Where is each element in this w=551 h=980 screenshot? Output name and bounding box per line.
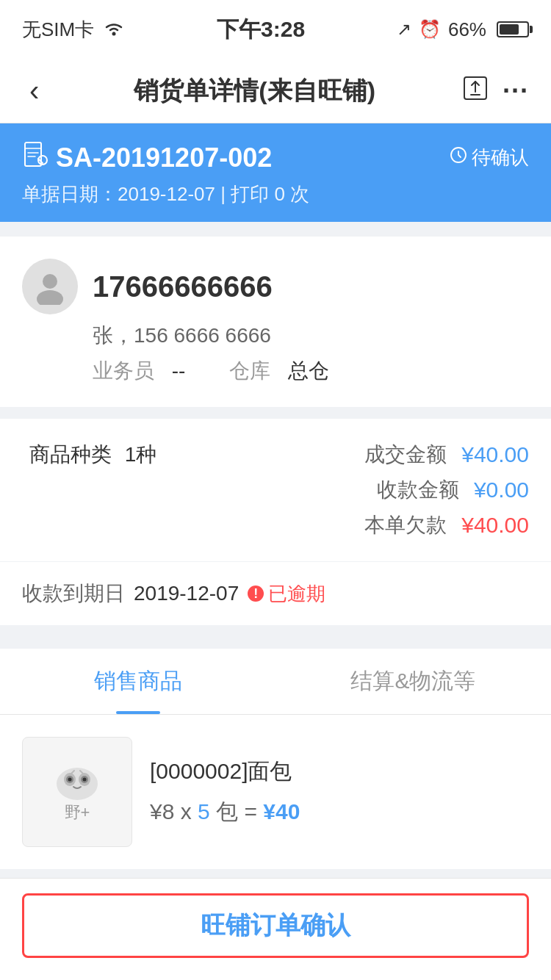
more-button[interactable]: ··· xyxy=(503,76,529,107)
product-calc: ¥8 x 5 包 = ¥40 xyxy=(150,797,529,827)
product-qty: 5 xyxy=(198,799,210,824)
product-info: [0000002]面包 ¥8 x 5 包 = ¥40 xyxy=(150,757,529,827)
carrier-text: 无SIM卡 xyxy=(22,17,94,43)
warehouse-label: 仓库 xyxy=(229,359,270,382)
confirm-order-button[interactable]: 旺铺订单确认 xyxy=(22,893,529,958)
status-right: ↗ ⏰ 66% xyxy=(397,18,529,41)
product-type-value: 1种 xyxy=(125,443,157,466)
order-status: 待确认 xyxy=(450,145,529,170)
divider-1 xyxy=(0,407,551,419)
product-total: ¥40 xyxy=(263,799,300,824)
alarm-icon: ⏰ xyxy=(419,19,441,40)
svg-point-12 xyxy=(68,778,72,782)
svg-point-0 xyxy=(112,32,116,35)
product-type-label: 商品种类 xyxy=(29,443,112,466)
bottom-bar: 旺铺订单确认 xyxy=(0,878,551,980)
summary-section: 商品种类 1种 成交金额 ¥40.00 收款金额 ¥0.00 本单欠款 ¥40.… xyxy=(0,419,551,561)
summary-amounts: 成交金额 ¥40.00 收款金额 ¥0.00 本单欠款 ¥40.00 xyxy=(364,441,529,539)
product-section: 野+ [0000002]面包 ¥8 x 5 包 = ¥40 xyxy=(0,715,551,869)
customer-info-row: 业务员 -- 仓库 总仓 xyxy=(22,357,529,385)
order-icon xyxy=(22,141,48,174)
received-value: ¥0.00 xyxy=(474,478,529,502)
staff-value: -- xyxy=(172,359,186,382)
product-type-row: 商品种类 1种 xyxy=(22,441,156,469)
product-name: [0000002]面包 xyxy=(150,757,529,787)
due-date-label: 收款到期日 xyxy=(22,580,125,608)
due-section: 收款到期日 2019-12-07 ! 已逾期 xyxy=(0,561,551,625)
tabs-header: 销售商品 结算&物流等 xyxy=(0,649,551,715)
amount-label: 成交金额 xyxy=(364,441,447,469)
svg-point-5 xyxy=(43,274,57,289)
overdue-icon: ! xyxy=(248,586,264,602)
customer-phone: 17666666666 xyxy=(93,270,273,303)
owed-row: 本单欠款 ¥40.00 xyxy=(364,511,529,539)
battery-icon xyxy=(497,21,529,37)
owed-value: ¥40.00 xyxy=(461,513,529,538)
nav-bar: ‹ 销货单详情(来自旺铺) ··· xyxy=(0,59,551,123)
amount-row: 成交金额 ¥40.00 xyxy=(364,441,529,469)
overdue-text: 已逾期 xyxy=(268,581,325,607)
svg-point-7 xyxy=(57,768,98,800)
back-button[interactable]: ‹ xyxy=(22,67,46,115)
product-item: 野+ [0000002]面包 ¥8 x 5 包 = ¥40 xyxy=(22,737,529,847)
tab-settlement[interactable]: 结算&物流等 xyxy=(276,649,551,714)
location-icon: ↗ xyxy=(397,19,411,40)
product-image: 野+ xyxy=(22,737,132,847)
order-id: SA-20191207-002 xyxy=(22,141,272,174)
order-banner: SA-20191207-002 待确认 单据日期：2019-12-07 | 打印… xyxy=(0,123,551,222)
battery-percent: 66% xyxy=(448,18,486,41)
avatar xyxy=(22,259,78,314)
nav-actions: ··· xyxy=(463,76,529,107)
wifi-icon xyxy=(103,18,125,41)
owed-label: 本单欠款 xyxy=(364,511,447,539)
overdue-badge: ! 已逾期 xyxy=(248,581,325,607)
amount-value: ¥40.00 xyxy=(461,442,529,467)
status-clock-icon xyxy=(450,146,467,169)
status-carrier: 无SIM卡 xyxy=(22,17,125,43)
staff-label: 业务员 xyxy=(93,359,154,382)
divider-2 xyxy=(0,625,551,637)
received-label: 收款金额 xyxy=(377,476,459,504)
tab-products[interactable]: 销售商品 xyxy=(0,649,276,714)
status-time: 下午3:28 xyxy=(217,15,305,45)
page-title: 销货单详情(来自旺铺) xyxy=(134,74,375,108)
warehouse-value: 总仓 xyxy=(288,359,329,382)
order-meta: 单据日期：2019-12-07 | 打印 0 次 xyxy=(22,181,529,207)
share-button[interactable] xyxy=(463,76,488,106)
received-row: 收款金额 ¥0.00 xyxy=(377,476,529,504)
status-bar: 无SIM卡 下午3:28 ↗ ⏰ 66% xyxy=(0,0,551,59)
due-date-value: 2019-12-07 xyxy=(134,582,239,605)
customer-section: 17666666666 张，156 6666 6666 业务员 -- 仓库 总仓 xyxy=(0,237,551,407)
svg-point-13 xyxy=(83,778,87,782)
svg-point-6 xyxy=(37,290,63,305)
customer-name-detail: 张，156 6666 6666 xyxy=(22,322,529,350)
tabs-section: 销售商品 结算&物流等 xyxy=(0,649,551,869)
